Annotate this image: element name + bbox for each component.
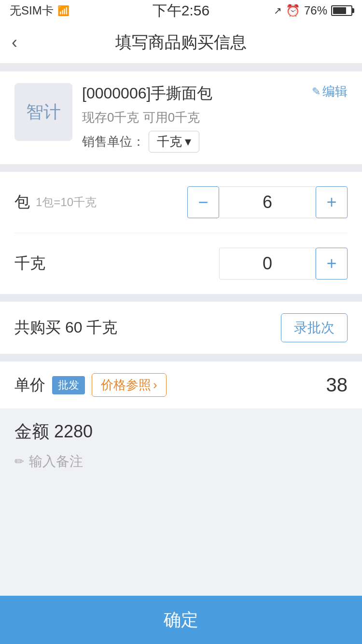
- status-bar: 无SIM卡 📶 下午2:56 ↗ ⏰ 76%: [0, 0, 362, 21]
- product-stock: 现存0千克 可用0千克: [82, 109, 348, 126]
- amount-row: 金额 2280: [14, 420, 348, 444]
- amount-label: 金额: [14, 421, 54, 441]
- section-divider-4: [0, 354, 362, 362]
- pencil-icon: ✏: [14, 455, 24, 468]
- battery-icon: [331, 5, 352, 16]
- status-time: 下午2:56: [153, 1, 209, 21]
- qty-input-kg[interactable]: [219, 248, 316, 280]
- qty-plus-kg[interactable]: +: [316, 248, 348, 280]
- status-left: 无SIM卡 📶: [10, 3, 70, 18]
- product-logo: 智计: [26, 100, 61, 124]
- location-icon: ↗: [274, 5, 282, 16]
- unit-label: 销售单位：: [82, 133, 145, 150]
- edit-icon: ✎: [312, 85, 320, 98]
- price-ref-button[interactable]: 价格参照 ›: [92, 373, 167, 397]
- wifi-icon: 📶: [57, 5, 70, 16]
- price-left: 单价 批发 价格参照 ›: [14, 373, 167, 397]
- amount-section: 金额 2280 ✏ 输入备注: [0, 408, 362, 476]
- summary-text: 共购买 60 千克: [14, 317, 117, 338]
- unit-selector[interactable]: 千克 ▾: [149, 131, 199, 153]
- alarm-icon: ⏰: [286, 4, 300, 17]
- page-title: 填写商品购买信息: [115, 31, 247, 54]
- quantity-row-kg: 千克 +: [14, 233, 348, 294]
- price-value: 38: [326, 374, 348, 396]
- qty-label-kg: 千克: [14, 253, 45, 274]
- summary-section: 共购买 60 千克 录批次: [0, 302, 362, 354]
- price-section: 单价 批发 价格参照 › 38: [0, 362, 362, 408]
- qty-label-bao: 包 1包=10千克: [14, 192, 97, 213]
- qty-minus-bao[interactable]: −: [187, 186, 219, 218]
- batch-button[interactable]: 录批次: [281, 313, 348, 342]
- quantity-row-bao: 包 1包=10千克 − +: [14, 172, 348, 233]
- note-placeholder: 输入备注: [29, 452, 83, 471]
- product-name: [0000006]手撕面包: [82, 83, 348, 104]
- quantity-section: 包 1包=10千克 − + 千克 +: [0, 172, 362, 294]
- qty-controls-kg: +: [219, 248, 348, 280]
- nav-bar: ‹ 填写商品购买信息: [0, 21, 362, 64]
- product-image: 智计: [14, 83, 72, 141]
- status-right: ↗ ⏰ 76%: [274, 4, 352, 17]
- price-tag: 批发: [52, 376, 85, 394]
- note-row[interactable]: ✏ 输入备注: [14, 452, 348, 471]
- product-card: 智计 [0000006]手撕面包 现存0千克 可用0千克 销售单位： 千克 ▾ …: [0, 71, 362, 164]
- product-info: [0000006]手撕面包 现存0千克 可用0千克 销售单位： 千克 ▾: [82, 83, 348, 153]
- unit-dropdown-icon: ▾: [185, 134, 191, 149]
- qty-plus-bao[interactable]: +: [316, 186, 348, 218]
- confirm-bar[interactable]: 确定: [0, 596, 362, 644]
- section-divider-3: [0, 294, 362, 302]
- section-divider-1: [0, 64, 362, 71]
- qty-controls-bao: − +: [187, 186, 348, 218]
- back-button[interactable]: ‹: [12, 32, 17, 53]
- edit-button[interactable]: ✎ 编辑: [312, 83, 348, 100]
- amount-value: 2280: [54, 421, 93, 441]
- battery-label: 76%: [304, 4, 327, 17]
- confirm-button[interactable]: 确定: [164, 608, 198, 632]
- qty-input-bao[interactable]: [219, 186, 316, 218]
- section-divider-2: [0, 164, 362, 172]
- price-ref-arrow: ›: [153, 378, 157, 392]
- product-unit-row: 销售单位： 千克 ▾: [82, 131, 348, 153]
- price-label: 单价: [14, 375, 45, 396]
- carrier-label: 无SIM卡: [10, 3, 54, 18]
